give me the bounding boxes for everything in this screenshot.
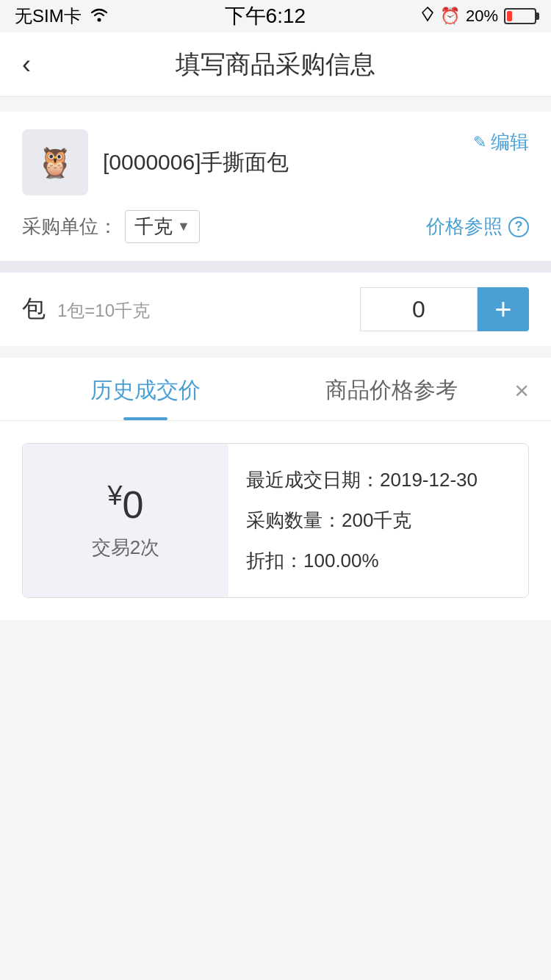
product-unit-row: 采购单位： 千克 ▼ 价格参照 ? bbox=[22, 210, 529, 243]
bag-unit-label: 包 bbox=[22, 293, 46, 325]
alarm-icon: ⏰ bbox=[440, 7, 460, 26]
status-bar: 无SIM卡 下午6:12 ⏰ 20% bbox=[0, 0, 551, 32]
owl-icon: 🦉 bbox=[37, 145, 73, 180]
tab-close-button[interactable]: × bbox=[514, 359, 529, 419]
discount-label: 折扣： bbox=[246, 550, 303, 572]
edit-label: 编辑 bbox=[491, 129, 529, 155]
price-ref-label: 价格参照 bbox=[426, 214, 503, 239]
quantity-row: 包 1包=10千克 + bbox=[0, 273, 551, 346]
tab-history-price[interactable]: 历史成交价 bbox=[22, 358, 268, 420]
status-right: ⏰ 20% bbox=[421, 6, 536, 26]
quantity-plus-button[interactable]: + bbox=[478, 287, 529, 331]
quantity-input[interactable] bbox=[360, 287, 478, 331]
tab-product-price-ref[interactable]: 商品价格参考 bbox=[268, 358, 514, 420]
edit-button[interactable]: ✎ 编辑 bbox=[473, 129, 529, 155]
section-divider bbox=[0, 261, 551, 273]
history-details: 最近成交日期：2019-12-30 采购数量：200千克 折扣：100.00% bbox=[228, 444, 528, 597]
info-icon: ? bbox=[508, 217, 529, 237]
discount-value: 100.00% bbox=[303, 550, 379, 572]
product-header: 🦉 [0000006]手撕面包 ✎ 编辑 bbox=[22, 129, 529, 195]
dropdown-arrow-icon: ▼ bbox=[177, 219, 190, 234]
price-reference-button[interactable]: 价格参照 ? bbox=[426, 214, 529, 239]
product-card: 🦉 [0000006]手撕面包 ✎ 编辑 采购单位： 千克 ▼ 价格参照 ? bbox=[0, 112, 551, 261]
unit-value: 千克 bbox=[134, 214, 173, 239]
qty-label: 采购数量： bbox=[246, 509, 342, 531]
history-price-value: ¥0 bbox=[108, 480, 144, 527]
history-price-summary: ¥0 交易2次 bbox=[23, 444, 228, 597]
history-detail-quantity: 采购数量：200千克 bbox=[246, 506, 511, 535]
product-thumbnail: 🦉 bbox=[22, 129, 88, 195]
bag-unit-hint: 1包=10千克 bbox=[57, 299, 150, 323]
page-title: 填写商品采购信息 bbox=[176, 48, 375, 82]
battery-pct-label: 20% bbox=[466, 7, 498, 26]
product-name: [0000006]手撕面包 bbox=[103, 148, 289, 178]
date-label: 最近成交日期： bbox=[246, 469, 380, 491]
location-icon bbox=[421, 6, 434, 26]
quantity-left: 包 1包=10千克 bbox=[22, 293, 150, 325]
bottom-area bbox=[0, 620, 551, 980]
history-detail-date: 最近成交日期：2019-12-30 bbox=[246, 466, 511, 494]
battery-icon bbox=[504, 8, 536, 24]
yen-symbol: ¥ bbox=[108, 480, 123, 511]
carrier-label: 无SIM卡 bbox=[15, 4, 82, 28]
history-times-label: 交易2次 bbox=[92, 535, 159, 561]
history-card: ¥0 交易2次 最近成交日期：2019-12-30 采购数量：200千克 折扣：… bbox=[22, 443, 529, 598]
date-value: 2019-12-30 bbox=[380, 469, 478, 491]
status-left: 无SIM卡 bbox=[15, 4, 109, 28]
quantity-controls: + bbox=[360, 287, 529, 331]
edit-icon: ✎ bbox=[473, 133, 486, 152]
svg-point-0 bbox=[97, 18, 101, 22]
back-button[interactable]: ‹ bbox=[22, 49, 31, 80]
history-detail-discount: 折扣：100.00% bbox=[246, 547, 511, 575]
qty-value: 200千克 bbox=[342, 509, 411, 531]
product-left: 🦉 [0000006]手撕面包 bbox=[22, 129, 289, 195]
tabs-section: 历史成交价 商品价格参考 × ¥0 交易2次 最近成交日期：2019-12-30… bbox=[0, 358, 551, 620]
unit-label: 采购单位： 千克 ▼ bbox=[22, 210, 200, 243]
history-content: ¥0 交易2次 最近成交日期：2019-12-30 采购数量：200千克 折扣：… bbox=[0, 421, 551, 620]
unit-select-dropdown[interactable]: 千克 ▼ bbox=[125, 210, 200, 243]
wifi-icon bbox=[89, 6, 109, 26]
tabs-header: 历史成交价 商品价格参考 × bbox=[0, 358, 551, 421]
status-time: 下午6:12 bbox=[225, 2, 306, 30]
nav-bar: ‹ 填写商品采购信息 bbox=[0, 32, 551, 97]
